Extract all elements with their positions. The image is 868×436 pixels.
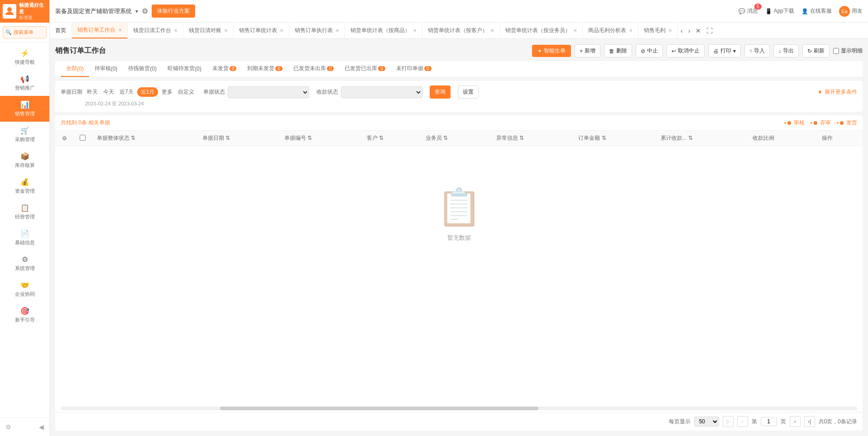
filter-tab-wangpu[interactable]: 旺铺待发货 (0) — [162, 61, 207, 77]
date-btn-1month[interactable]: 近1月 — [137, 87, 158, 97]
tab-sales-summary-product[interactable]: 销货单统计表（按商品） ✕ — [345, 23, 422, 38]
show-detail-checkbox[interactable] — [833, 48, 839, 54]
filter-tab-all[interactable]: 全部 (0) — [61, 61, 89, 77]
date-btn-custom[interactable]: 自定义 — [176, 87, 196, 97]
sidebar-item-label: 系统管理 — [15, 265, 35, 272]
tab-close-icon[interactable]: ✕ — [336, 28, 339, 33]
filter-tab-pending-review[interactable]: 待审核 (0) — [89, 61, 123, 77]
tab-maximize-button[interactable]: ⛶ — [704, 27, 715, 34]
reject-link[interactable]: 弃审 — [810, 119, 831, 127]
tab-cash-daily[interactable]: 钱货日清工作台 ✕ — [128, 23, 183, 38]
export-button[interactable]: ↓ 导出 — [773, 44, 799, 57]
refresh-button[interactable]: ↻ 刷新 — [802, 44, 830, 57]
system-dropdown-button[interactable]: ▾ — [135, 8, 138, 14]
date-btn-more[interactable]: 更多 — [160, 87, 174, 97]
cancel-pause-button[interactable]: ↩ 取消中止 — [667, 44, 705, 57]
col-staff[interactable]: 业务员 ⇅ — [420, 131, 491, 146]
page-last-button[interactable]: ›| — [804, 416, 815, 427]
tab-close-icon[interactable]: ✕ — [629, 28, 633, 33]
new-button[interactable]: + 新增 — [575, 44, 600, 57]
review-link[interactable]: 审核 — [784, 119, 805, 127]
page-first-button[interactable]: |‹ — [723, 416, 734, 427]
print-button[interactable]: 🖨 打印 ▾ — [708, 44, 741, 57]
col-anomaly[interactable]: 异常信息 ⇅ — [491, 131, 573, 146]
col-customer[interactable]: 客户 ⇅ — [361, 131, 420, 146]
col-settings[interactable]: ⚙ — [55, 131, 73, 146]
sidebar-item-basic-info[interactable]: 📄 基础信息 — [0, 225, 49, 251]
sidebar-item-operations[interactable]: 📋 经营管理 — [0, 199, 49, 225]
query-button[interactable]: 查询 — [430, 85, 451, 99]
sidebar-item-enterprise[interactable]: 🤝 企业协同 — [0, 276, 49, 302]
horizontal-scrollbar-thumb[interactable] — [220, 407, 539, 410]
delete-button[interactable]: 🗑 删除 — [604, 44, 632, 57]
app-download-button[interactable]: 📱 App下载 — [765, 7, 794, 15]
sidebar-item-sales[interactable]: 📊 销售管理 — [0, 96, 49, 122]
expand-button[interactable]: ▼ 展开更多条件 — [817, 88, 857, 96]
tab-sales-execute[interactable]: 销售订单执行表 ✕ — [289, 23, 345, 38]
sidebar-item-finance[interactable]: 💰 资金管理 — [0, 173, 49, 199]
tab-close-icon[interactable]: ✕ — [490, 28, 494, 33]
col-date[interactable]: 单据日期 ⇅ — [197, 131, 279, 146]
tab-gross-profit[interactable]: 商品毛利分析表 ✕ — [583, 23, 638, 38]
message-button[interactable]: 💬 消息 6 — [739, 7, 758, 15]
filter-tab-shipped-not-out[interactable]: 已发货未出库 0 — [288, 61, 340, 77]
tab-close-icon[interactable]: ✕ — [118, 28, 122, 33]
tab-close-icon[interactable]: ✕ — [280, 28, 283, 33]
tab-close-icon[interactable]: ✕ — [668, 28, 672, 33]
filter-tab-pending-inspect[interactable]: 待拣验货 (0) — [123, 61, 162, 77]
page-prev-button[interactable]: ‹ — [737, 416, 748, 427]
import-button[interactable]: ↑ 导入 — [744, 44, 770, 57]
col-checkbox[interactable] — [73, 131, 91, 146]
page-number-input[interactable] — [761, 417, 777, 426]
filter-tab-expired[interactable]: 到期未发货 0 — [242, 61, 288, 77]
tab-close-icon[interactable]: ✕ — [174, 28, 177, 33]
sidebar-item-guide[interactable]: 🎯 新手引导 — [0, 302, 49, 328]
tab-cash-reconcile[interactable]: 钱货日清对账 ✕ — [183, 23, 234, 38]
col-status[interactable]: 单据整体状态 ⇅ — [91, 131, 197, 146]
page-next-button[interactable]: › — [790, 416, 801, 427]
tab-close-all-button[interactable]: ✕ — [693, 27, 704, 34]
tab-close-icon[interactable]: ✕ — [573, 28, 577, 33]
tab-sales-stat[interactable]: 销售订单统计表 ✕ — [234, 23, 289, 38]
industry-button[interactable]: 体验行业方案 — [152, 5, 195, 18]
sidebar-item-system[interactable]: ⚙ 系统管理 — [0, 251, 49, 276]
date-btn-today[interactable]: 今天 — [101, 87, 116, 97]
tab-sales-summary-customer[interactable]: 销货单统计表（按客户） ✕ — [422, 23, 500, 38]
horizontal-scrollbar[interactable] — [61, 407, 857, 410]
header-settings-button[interactable]: ⚙ — [142, 7, 148, 15]
sidebar-item-purchase[interactable]: 🛒 采购管理 — [0, 122, 49, 147]
tab-home[interactable]: 首页 — [50, 23, 72, 38]
tab-close-icon[interactable]: ✕ — [224, 28, 228, 33]
search-menu-button[interactable]: 🔍 搜索菜单 — [3, 26, 47, 38]
status-select[interactable] — [228, 86, 309, 98]
col-number[interactable]: 单据编号 ⇅ — [279, 131, 361, 146]
date-btn-yesterday[interactable]: 昨天 — [85, 87, 100, 97]
sidebar-item-quick-nav[interactable]: ⚡ 快捷导航 — [0, 44, 49, 70]
smart-create-button[interactable]: ✦ 智能生单 — [532, 45, 571, 57]
tab-sales-summary-staff[interactable]: 销货单统计表（按业务员） ✕ — [500, 23, 583, 38]
pause-button[interactable]: ⊘ 中止 — [636, 44, 663, 57]
deliver-link[interactable]: 发货 — [836, 119, 857, 127]
filter-tab-not-printed[interactable]: 未打印单据 0 — [391, 61, 437, 77]
date-btn-7days[interactable]: 近7天 — [118, 87, 135, 97]
settings-button[interactable]: 设置 — [458, 85, 479, 99]
sidebar-item-marketing[interactable]: 📢 营销推广 — [0, 70, 49, 96]
col-collected[interactable]: 累计收款... ⇅ — [655, 131, 747, 146]
user-profile-button[interactable]: Ea 用友 — [839, 6, 863, 17]
sidebar-item-inventory[interactable]: 📦 库存核算 — [0, 147, 49, 173]
collapse-button[interactable]: ◀ — [37, 422, 46, 432]
show-detail-checkbox-label[interactable]: 显示明细 — [833, 47, 863, 55]
tab-sales-order-workbench[interactable]: 销售订单工作台 ✕ — [72, 23, 128, 38]
col-amount[interactable]: 订单金额 ⇅ — [573, 131, 655, 146]
tab-close-icon[interactable]: ✕ — [413, 28, 417, 33]
settings-footer-button[interactable]: ⚙ — [4, 422, 13, 432]
tab-sales-gross[interactable]: 销售毛利 ✕ — [638, 23, 678, 38]
select-all-checkbox[interactable] — [80, 135, 86, 141]
page-size-select[interactable]: 20 50 100 — [694, 417, 719, 427]
tab-prev-button[interactable]: ‹ — [678, 27, 686, 34]
filter-tab-shipped-out[interactable]: 已发货已出库 0 — [339, 61, 391, 77]
filter-tab-not-shipped[interactable]: 未发货 0 — [207, 61, 242, 77]
online-service-button[interactable]: 👤 在线客服 — [801, 7, 832, 15]
payment-select[interactable] — [341, 86, 422, 98]
tab-next-button[interactable]: › — [686, 27, 693, 34]
